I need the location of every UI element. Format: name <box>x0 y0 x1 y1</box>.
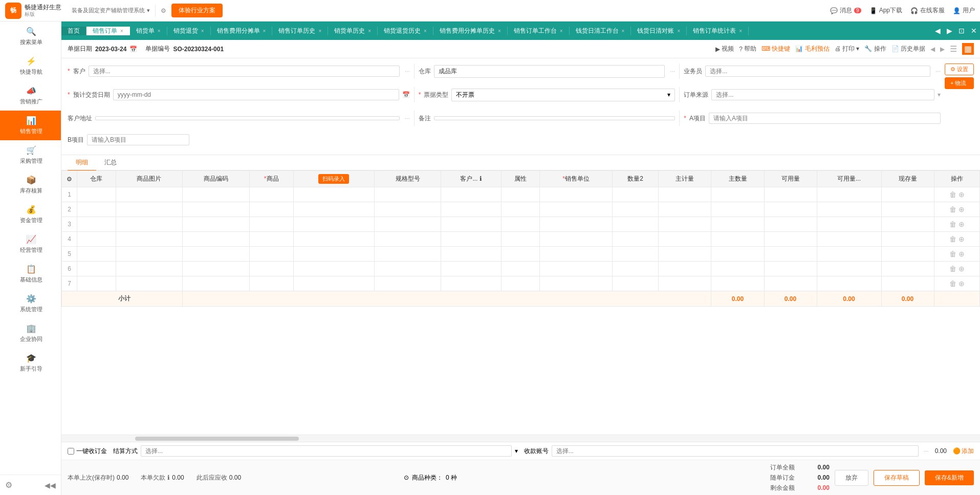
calendar2-icon[interactable]: 📅 <box>402 91 410 98</box>
tab-nav-right[interactable]: ▶ <box>944 27 955 35</box>
copy-icon-3[interactable]: ⊕ <box>959 220 965 228</box>
header-grid-toggle[interactable]: ▦ <box>962 43 974 55</box>
settings-btn[interactable]: ⚙ 设置 <box>945 63 974 75</box>
sidebar-gear-icon[interactable]: ⚙ <box>5 480 12 490</box>
col-settings[interactable]: ⚙ <box>62 171 77 187</box>
row-cust-code-4[interactable] <box>441 232 502 247</box>
discard-button[interactable]: 放弃 <box>835 470 868 486</box>
row-main-qty-2[interactable] <box>711 202 764 217</box>
row-qty2-2[interactable] <box>612 202 659 217</box>
row-spec-1[interactable] <box>374 187 441 202</box>
tab-close-11[interactable]: × <box>677 28 680 34</box>
tab-close-9[interactable]: × <box>560 28 563 34</box>
row-unit-1[interactable] <box>540 187 612 202</box>
delete-icon-1[interactable]: 🗑 <box>949 190 956 199</box>
customer-input[interactable] <box>89 66 400 77</box>
tab-close-10[interactable]: × <box>622 28 625 34</box>
tab-summary[interactable]: 汇总 <box>96 155 125 170</box>
row-qty2-6[interactable] <box>612 262 659 276</box>
sidebar-collapse-icon[interactable]: ◀◀ <box>45 481 56 489</box>
settlement-dropdown[interactable]: ▾ <box>515 447 518 455</box>
tab-1[interactable]: 销售订单× <box>86 27 130 35</box>
row-unit-4[interactable] <box>540 232 612 247</box>
shortcut-btn[interactable]: ⌨ 快捷键 <box>761 45 790 53</box>
tab-nav-left[interactable]: ◀ <box>932 27 944 35</box>
row-attrs-6[interactable] <box>501 262 540 276</box>
tab-4[interactable]: 销售费用分摊单× <box>211 27 273 35</box>
row-warehouse-4[interactable] <box>77 232 116 247</box>
delete-icon-7[interactable]: 🗑 <box>949 279 956 288</box>
tab-7[interactable]: 销货退货历史× <box>378 27 433 35</box>
copy-icon-6[interactable]: ⊕ <box>959 265 965 273</box>
tab-close-12[interactable]: × <box>739 28 742 34</box>
sidebar-item-newbie[interactable]: 🎓新手引导 <box>0 348 61 378</box>
row-cust-code-3[interactable] <box>441 217 502 232</box>
header-nav-left[interactable]: ◀ <box>930 46 935 53</box>
tab-close-1[interactable]: × <box>120 28 123 34</box>
tab-close-all[interactable]: ✕ <box>968 27 980 35</box>
row-code-7[interactable] <box>183 276 250 291</box>
salesperson-input[interactable] <box>705 66 930 77</box>
row-attrs-2[interactable] <box>501 202 540 217</box>
row-main-qty-1[interactable] <box>711 187 764 202</box>
row-code-2[interactable] <box>183 202 250 217</box>
row-code-4[interactable] <box>183 232 250 247</box>
tab-6[interactable]: 销货单历史× <box>328 27 378 35</box>
tab-expand[interactable]: ⊡ <box>955 27 968 35</box>
row-product-3[interactable] <box>249 217 293 232</box>
row-main-qty-3[interactable] <box>711 217 764 232</box>
address-more[interactable]: ··· <box>405 115 410 122</box>
calendar-icon[interactable]: 📅 <box>129 46 137 53</box>
help-btn[interactable]: ?帮助 <box>739 45 756 53</box>
history-btn[interactable]: 📄 历史单据 <box>891 45 925 53</box>
row-product-2[interactable] <box>249 202 293 217</box>
row-code-3[interactable] <box>183 217 250 232</box>
tab-close-5[interactable]: × <box>318 28 321 34</box>
one-click-input[interactable] <box>68 448 74 455</box>
operation-btn[interactable]: 🔧 操作 <box>864 45 886 53</box>
row-unit-7[interactable] <box>540 276 612 291</box>
save-new-button[interactable]: 保存&新增 <box>925 470 974 485</box>
sidebar-item-finance[interactable]: 💰资金管理 <box>0 200 61 229</box>
copy-icon-2[interactable]: ⊕ <box>959 205 965 213</box>
copy-icon-4[interactable]: ⊕ <box>959 235 965 243</box>
sidebar-item-enterprise[interactable]: 🏢企业协同 <box>0 318 61 348</box>
row-unit-6[interactable] <box>540 262 612 276</box>
tab-12[interactable]: 销售订单统计表× <box>687 27 749 35</box>
project-b-input[interactable] <box>87 134 189 145</box>
row-product-6[interactable] <box>249 262 293 276</box>
copy-icon-5[interactable]: ⊕ <box>959 250 965 258</box>
video-btn[interactable]: ▶视频 <box>715 45 734 53</box>
solution-button[interactable]: 体验行业方案 <box>171 4 223 17</box>
tab-close-6[interactable]: × <box>368 28 371 34</box>
tab-5[interactable]: 销售订单历史× <box>272 27 328 35</box>
sidebar-item-marketing[interactable]: 📣营销推广 <box>0 81 61 111</box>
logistics-btn[interactable]: + 物流 <box>945 77 974 89</box>
project-a-input[interactable] <box>709 113 941 124</box>
row-cust-code-5[interactable] <box>441 247 502 262</box>
sidebar-item-quick[interactable]: ⚡快捷导航 <box>0 51 61 81</box>
row-main-qty-7[interactable] <box>711 276 764 291</box>
scan-button[interactable]: 扫码录入 <box>318 174 349 184</box>
row-cust-code-1[interactable] <box>441 187 502 202</box>
sidebar-item-sales[interactable]: 📊销售管理 <box>0 111 61 140</box>
row-qty2-4[interactable] <box>612 232 659 247</box>
add-payment-btn[interactable]: 🟠 添加 <box>953 447 974 456</box>
row-spec-2[interactable] <box>374 202 441 217</box>
delete-icon-6[interactable]: 🗑 <box>949 265 956 273</box>
row-unit-2[interactable] <box>540 202 612 217</box>
profit-btn[interactable]: 📊 毛利预估 <box>795 45 829 53</box>
row-product-1[interactable] <box>249 187 293 202</box>
row-unit-5[interactable] <box>540 247 612 262</box>
row-spec-6[interactable] <box>374 262 441 276</box>
online-support[interactable]: 🎧 在线客服 <box>910 6 945 15</box>
tab-close-3[interactable]: × <box>201 28 204 34</box>
customer-more[interactable]: ··· <box>405 68 410 75</box>
tab-0[interactable]: 首页 <box>61 27 86 35</box>
row-warehouse-7[interactable] <box>77 276 116 291</box>
remarks-input[interactable] <box>434 116 676 120</box>
scroll-bar[interactable] <box>61 435 980 442</box>
row-spec-7[interactable] <box>374 276 441 291</box>
address-input[interactable] <box>95 116 400 120</box>
row-qty2-7[interactable] <box>612 276 659 291</box>
